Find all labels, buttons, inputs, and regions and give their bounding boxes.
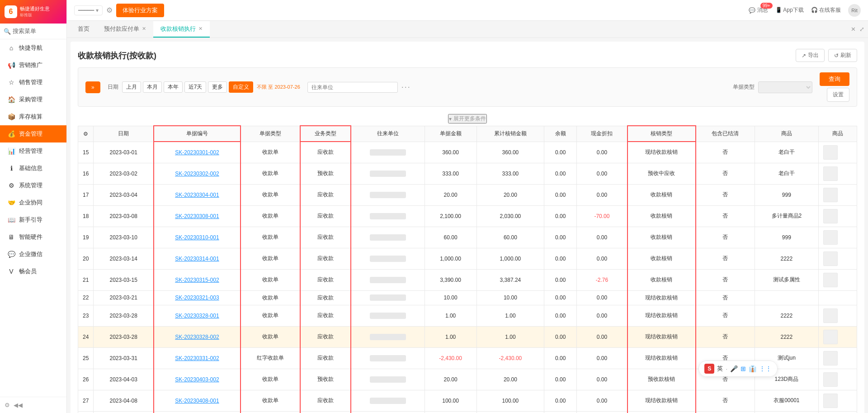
- th-bill-no[interactable]: 单据编号: [154, 126, 241, 142]
- th-goods-thumb[interactable]: 商品: [818, 126, 857, 142]
- cell-unit: [351, 411, 425, 413]
- bill-no-link[interactable]: SK-20230408-001: [175, 398, 219, 404]
- sidebar-search[interactable]: 🔍 搜索菜单: [0, 24, 66, 39]
- last7-btn[interactable]: 近7天: [184, 81, 207, 93]
- custom-date-btn[interactable]: 自定义: [229, 81, 253, 93]
- export-button[interactable]: ↗ 导出: [796, 49, 825, 62]
- table-row: 16 2023-03-02 SK-20230302-002 收款单 预收款 33…: [78, 163, 857, 184]
- tab-close-collection[interactable]: ✕: [198, 26, 203, 32]
- cell-goods: 2222: [755, 305, 818, 326]
- cell-balance: 0.00: [544, 163, 577, 184]
- settings-icon[interactable]: ⚙: [5, 402, 10, 408]
- sidebar-item-system[interactable]: ⚙系统管理: [0, 177, 66, 194]
- cell-accumulated: 360.00: [476, 142, 544, 163]
- cell-biz-type: 应收款: [300, 347, 351, 369]
- th-discount[interactable]: 现金折扣: [577, 126, 627, 142]
- table-row: 19 2023-03-10 SK-20230310-001 收款单 应收款 60…: [78, 227, 857, 248]
- bill-no-link[interactable]: SK-20230328-001: [175, 313, 219, 319]
- sidebar-item-hardware[interactable]: 🖥智能硬件: [0, 228, 66, 246]
- bill-no-link[interactable]: SK-20230331-002: [175, 355, 219, 361]
- sidebar-item-finance[interactable]: 💰资金管理: [0, 125, 66, 142]
- th-amount[interactable]: 单据金额: [425, 126, 476, 142]
- app-download[interactable]: 📱 App下载: [775, 6, 804, 14]
- th-goods[interactable]: 商品: [755, 126, 818, 142]
- sidebar-item-operations[interactable]: 📊经营管理: [0, 142, 66, 160]
- tab-home[interactable]: 首页: [71, 21, 97, 38]
- gear-icon[interactable]: ⚙: [106, 6, 113, 14]
- th-included[interactable]: 包含已结清: [696, 126, 755, 142]
- unit-input[interactable]: [307, 82, 398, 93]
- tab-prepay[interactable]: 预付款应付单✕: [97, 21, 153, 38]
- cell-bill-type: 收款单: [241, 290, 300, 305]
- nav-icon-sales: ☆: [7, 79, 15, 86]
- date-buttons: 上月 本月 本年 近7天 更多 自定义: [122, 81, 254, 93]
- nav-label-marketing: 营销推广: [19, 61, 42, 69]
- unit-dots[interactable]: ···: [401, 82, 411, 92]
- bill-no-link[interactable]: SK-20230308-001: [175, 213, 219, 219]
- bill-no-link[interactable]: SK-20230310-001: [175, 234, 219, 241]
- more-date-btn[interactable]: 更多: [208, 81, 227, 93]
- toolbar-shirt[interactable]: 👔: [749, 365, 756, 372]
- toolbar-mic[interactable]: 🎤: [730, 365, 738, 372]
- toolbar-grid[interactable]: ⊞: [741, 365, 746, 372]
- th-verify-type[interactable]: 核销类型: [627, 126, 696, 142]
- cell-bill-no: SK-20230315-002: [154, 269, 241, 290]
- th-balance[interactable]: 余额: [544, 126, 577, 142]
- nav-label-system: 系统管理: [19, 181, 42, 190]
- goods-thumbnail: [823, 372, 838, 387]
- sidebar-item-wechat[interactable]: 💬企业微信: [0, 246, 66, 263]
- sidebar-item-enterprise[interactable]: 🤝企业协同: [0, 194, 66, 211]
- cell-biz-type: 应收款: [300, 142, 351, 163]
- th-unit[interactable]: 往来单位: [351, 126, 425, 142]
- refresh-button[interactable]: ↺ 刷新: [828, 49, 857, 62]
- unit-blurred: [370, 313, 406, 319]
- cell-discount: 0.00: [577, 326, 627, 347]
- expand-more-btn[interactable]: ▾ 展开更多条件: [448, 114, 487, 123]
- expand-tabs-icon[interactable]: ⤢: [859, 26, 864, 33]
- th-bill-type[interactable]: 单据类型: [241, 126, 300, 142]
- sidebar-item-quick-nav[interactable]: ⌂快捷导航: [0, 39, 66, 57]
- sidebar-item-sales[interactable]: ☆销售管理: [0, 74, 66, 91]
- th-biz-type[interactable]: 业务类型: [300, 126, 351, 142]
- cell-bill-no: SK-20230304-001: [154, 184, 241, 205]
- sidebar-item-purchase[interactable]: 🏠采购管理: [0, 91, 66, 108]
- toolbar-apps[interactable]: ⋮⋮: [759, 365, 772, 372]
- bill-no-link[interactable]: SK-20230315-002: [175, 277, 219, 283]
- bill-no-link[interactable]: SK-20230321-003: [175, 294, 219, 301]
- header-dropdown[interactable]: ━━━━━ ▾: [74, 5, 103, 15]
- query-button[interactable]: 查询: [820, 72, 849, 86]
- cell-id: 26: [78, 369, 94, 390]
- prev-month-btn[interactable]: 上月: [122, 81, 141, 93]
- sidebar-item-basic[interactable]: ℹ基础信息: [0, 160, 66, 177]
- bill-no-link[interactable]: SK-20230314-001: [175, 256, 219, 262]
- toolbar-english[interactable]: 英: [717, 365, 723, 373]
- online-support[interactable]: 🎧 在线客服: [811, 6, 841, 14]
- nav-label-wechat: 企业微信: [19, 250, 42, 258]
- tab-close-prepay[interactable]: ✕: [142, 26, 146, 32]
- filter-expand-btn[interactable]: »: [85, 81, 100, 93]
- tab-collection[interactable]: 收款核销执行✕: [153, 21, 210, 38]
- bill-no-link[interactable]: SK-20230302-002: [175, 171, 219, 177]
- type-select[interactable]: [758, 81, 812, 93]
- th-accumulated[interactable]: 累计核销金额: [476, 126, 544, 142]
- settings-filter-btn[interactable]: 设置: [827, 88, 849, 102]
- sidebar-item-member[interactable]: V畅会员: [0, 263, 66, 280]
- messages-area[interactable]: 💬 消息 99+: [749, 6, 768, 14]
- cell-verify-type: 预收中应收: [627, 163, 696, 184]
- bill-no-link[interactable]: SK-20230328-002: [175, 334, 219, 340]
- bill-no-link[interactable]: SK-20230301-002: [175, 149, 219, 156]
- solution-button[interactable]: 体验行业方案: [116, 4, 164, 17]
- th-date[interactable]: 日期: [94, 126, 154, 142]
- user-avatar[interactable]: Rit: [848, 4, 861, 17]
- cell-amount: 333.00: [425, 163, 476, 184]
- collapse-icon[interactable]: ◀◀: [14, 402, 23, 408]
- cell-biz-type: 应收款: [300, 248, 351, 269]
- curr-month-btn[interactable]: 本月: [143, 81, 162, 93]
- sidebar-item-inventory[interactable]: 📦库存核算: [0, 108, 66, 125]
- sidebar-item-guide[interactable]: 📖新手引导: [0, 211, 66, 228]
- bill-no-link[interactable]: SK-20230304-001: [175, 192, 219, 198]
- bill-no-link[interactable]: SK-20230403-002: [175, 376, 219, 383]
- close-all-icon[interactable]: ✕: [851, 26, 856, 33]
- curr-year-btn[interactable]: 本年: [164, 81, 183, 93]
- sidebar-item-marketing[interactable]: 📢营销推广: [0, 57, 66, 74]
